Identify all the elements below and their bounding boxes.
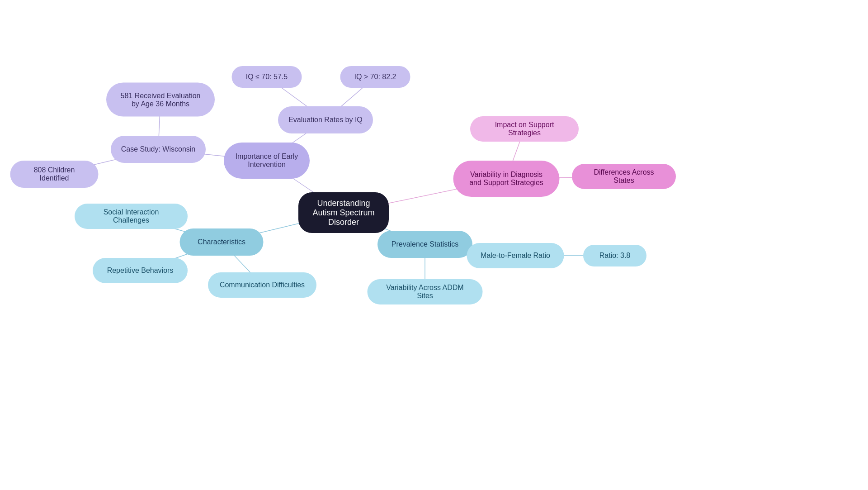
node-early-intervention[interactable]: Importance of Early Intervention bbox=[224, 143, 310, 179]
node-addm-sites[interactable]: Variability Across ADDM Sites bbox=[368, 279, 483, 304]
node-received-evaluation[interactable]: 581 Received Evaluation by Age 36 Months bbox=[106, 83, 215, 117]
node-social-challenges[interactable]: Social Interaction Challenges bbox=[75, 204, 188, 229]
node-communication[interactable]: Communication Difficulties bbox=[208, 272, 316, 298]
node-iq-high[interactable]: IQ > 70: 82.2 bbox=[340, 66, 410, 88]
node-iq-low[interactable]: IQ ≤ 70: 57.5 bbox=[232, 66, 302, 88]
node-characteristics[interactable]: Characteristics bbox=[180, 228, 264, 256]
node-differences-states[interactable]: Differences Across States bbox=[572, 164, 676, 189]
mindmap-container: Understanding Autism Spectrum DisorderIm… bbox=[0, 0, 868, 490]
node-eval-rates[interactable]: Evaluation Rates by IQ bbox=[278, 106, 373, 133]
node-case-study[interactable]: Case Study: Wisconsin bbox=[111, 136, 206, 163]
node-impact-support[interactable]: Impact on Support Strategies bbox=[470, 116, 579, 142]
node-male-female[interactable]: Male-to-Female Ratio bbox=[467, 243, 564, 268]
node-repetitive-behaviors[interactable]: Repetitive Behaviors bbox=[93, 258, 188, 283]
node-prevalence[interactable]: Prevalence Statistics bbox=[377, 231, 472, 258]
node-center[interactable]: Understanding Autism Spectrum Disorder bbox=[298, 192, 389, 233]
node-variability[interactable]: Variability in Diagnosis and Support Str… bbox=[453, 161, 560, 197]
node-ratio[interactable]: Ratio: 3.8 bbox=[583, 245, 646, 266]
node-children-identified[interactable]: 808 Children Identified bbox=[10, 161, 99, 188]
